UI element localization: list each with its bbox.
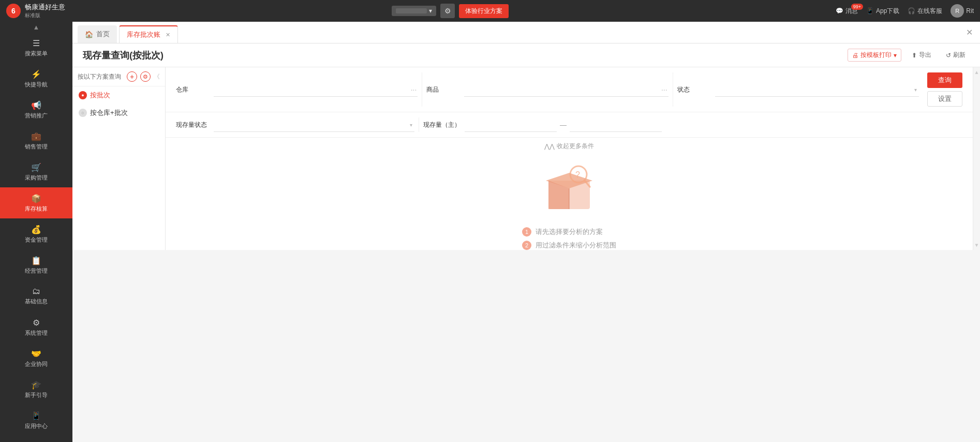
tab-inventory-batch[interactable]: 库存批次账 ✕ — [119, 25, 178, 43]
flash-icon: ⚡ — [31, 69, 41, 79]
sidebar-item-label: 快捷导航 — [25, 81, 48, 88]
scheme-settings-btn[interactable]: ⚙ — [140, 71, 151, 82]
filter-stock-qty: 现存量（主） — — [419, 115, 666, 134]
sidebar-item-operations[interactable]: 📋 经营管理 — [0, 249, 72, 281]
header-left: 6 畅康通好生意 标准版 — [6, 3, 65, 19]
scheme-item-batch[interactable]: ● 按批次 — [72, 86, 165, 104]
scheme-header-label: 按以下方案查询 — [78, 72, 121, 81]
export-btn[interactable]: ⬆ 导出 — [908, 49, 936, 62]
experience-btn[interactable]: 体验行业方案 — [459, 4, 509, 18]
product-dots[interactable]: ··· — [661, 85, 667, 94]
sidebar-item-label: 资金管理 — [25, 236, 48, 243]
tab-close-btn[interactable]: ✕ — [166, 32, 170, 38]
sidebar-item-marketing[interactable]: 📢 营销推广 — [0, 94, 72, 125]
status-label: 状态 — [677, 85, 711, 94]
status-select[interactable] — [715, 82, 919, 97]
filter-collapse-btn[interactable]: ⋀⋀ 收起更多条件 — [166, 138, 973, 155]
scheme-add-btn[interactable]: + — [127, 71, 137, 82]
sidebar-item-label: 经营管理 — [25, 267, 48, 274]
scheme-panel-collapse-btn[interactable]: 《 — [154, 72, 160, 81]
message-action[interactable]: 💬 消息 99+ — [836, 7, 858, 16]
brand-info: 畅康通好生意 标准版 — [25, 3, 65, 19]
sidebar-item-label: 销售管理 — [25, 143, 48, 150]
appcenter-icon: 📱 — [31, 411, 41, 421]
sidebar-item-newguide[interactable]: 🎓 新手引导 — [0, 374, 72, 405]
brand-edition: 标准版 — [25, 12, 65, 19]
filter-warehouse: 仓库 ··· — [172, 70, 422, 109]
filter-status: 状态 ▾ — [673, 70, 923, 109]
sidebar-scroll-up[interactable]: ▲ — [0, 22, 72, 32]
sidebar-item-finance[interactable]: 💰 资金管理 — [0, 218, 72, 249]
tab-bar-close-all[interactable]: ✕ — [964, 25, 975, 39]
main-layout: ▲ ☰ 搜索菜单 ⚡ 快捷导航 📢 营销推广 💼 销售管理 🛒 采购管理 📦 库… — [0, 22, 980, 442]
template-print-btn[interactable]: 🖨 按模板打印 ▾ — [848, 49, 901, 62]
user-name: Rit — [966, 7, 974, 14]
sidebar-item-label: 采购管理 — [25, 174, 48, 181]
sidebar-item-label: 系统管理 — [25, 329, 48, 336]
query-btn[interactable]: 查询 — [927, 72, 962, 88]
tab-bar: 🏠 首页 库存批次账 ✕ ✕ — [72, 22, 980, 43]
scroll-up-arrow[interactable]: ▲ — [972, 67, 980, 77]
sidebar-item-purchase[interactable]: 🛒 采购管理 — [0, 156, 72, 187]
query-buttons: 查询 设置 — [923, 70, 967, 109]
sidebar-item-wxwork[interactable]: 💬 企业微信 — [0, 436, 72, 442]
header-right: 💬 消息 99+ 📱 App下载 🎧 在线客服 R Rit — [836, 4, 974, 18]
sidebar-item-appcenter[interactable]: 📱 应用中心 — [0, 405, 72, 436]
app-download-action[interactable]: 📱 App下载 — [866, 7, 899, 16]
nav-dropdown[interactable]: ▾ — [392, 6, 436, 16]
scheme-actions: + ⚙ 《 — [127, 71, 160, 82]
marketing-icon: 📢 — [31, 100, 41, 110]
product-label: 商品 — [426, 85, 460, 94]
stock-status-select[interactable] — [214, 117, 414, 132]
header-settings-btn[interactable]: ⚙ — [440, 4, 455, 18]
sidebar-item-search[interactable]: ☰ 搜索菜单 — [0, 32, 72, 63]
stock-qty-range: — — [465, 117, 662, 132]
scheme-header: 按以下方案查询 + ⚙ 《 — [72, 67, 165, 86]
online-service-action[interactable]: 🎧 在线客服 — [908, 7, 942, 16]
sidebar-item-label: 基础信息 — [25, 298, 48, 305]
inventory-icon: 📦 — [31, 194, 41, 203]
warehouse-input-wrap: ··· — [214, 82, 418, 97]
sidebar-item-label: 企业协同 — [25, 360, 48, 367]
user-area[interactable]: R Rit — [951, 4, 974, 18]
system-icon: ⚙ — [33, 318, 40, 328]
set-btn[interactable]: 设置 — [927, 91, 962, 107]
content-body: 按以下方案查询 + ⚙ 《 ● 按批次 ○ 按仓库+批次 — [72, 67, 980, 250]
tab-home[interactable]: 🏠 首页 — [78, 25, 117, 43]
header-center: ▾ ⚙ 体验行业方案 — [392, 4, 509, 18]
content-area: 🏠 首页 库存批次账 ✕ ✕ 现存量查询(按批次) 🖨 按模板打印 — [72, 22, 980, 442]
scheme-item-icon-wb: ○ — [79, 109, 87, 117]
tab-bar-tabs: 🏠 首页 库存批次账 ✕ — [78, 25, 178, 43]
sidebar-item-inventory[interactable]: 📦 库存核算 — [0, 187, 72, 218]
sidebar-item-system[interactable]: ⚙ 系统管理 — [0, 312, 72, 343]
scheme-item-icon-batch: ● — [79, 91, 87, 99]
stock-qty-min-input[interactable] — [465, 117, 557, 132]
warehouse-input[interactable] — [214, 82, 418, 97]
hint-num-1: 1 — [522, 227, 531, 237]
sidebar-item-basic[interactable]: 🗂 基础信息 — [0, 281, 72, 312]
product-input[interactable] — [464, 82, 668, 97]
sidebar-item-enterprise[interactable]: 🤝 企业协同 — [0, 343, 72, 374]
sidebar-item-quicknav[interactable]: ⚡ 快捷导航 — [0, 63, 72, 94]
brand-logo: 6 — [6, 4, 21, 18]
scheme-item-warehouse-batch[interactable]: ○ 按仓库+批次 — [72, 104, 165, 122]
sidebar-item-label: 搜索菜单 — [25, 50, 48, 57]
filter-product: 商品 ··· — [422, 70, 672, 109]
template-print-dropdown[interactable]: ▾ — [894, 52, 897, 59]
data-area: ? 1 请先选择要分析的方案 2 用过滤条件来缩小分析范围 — [166, 155, 973, 250]
svg-text:?: ? — [575, 170, 580, 179]
app-download-label: App下载 — [876, 7, 899, 16]
refresh-btn[interactable]: ↺ 刷新 — [942, 49, 970, 62]
scroll-down-arrow[interactable]: ▼ — [972, 240, 980, 250]
stock-qty-max-input[interactable] — [570, 117, 662, 132]
finance-icon: 💰 — [31, 225, 41, 234]
warehouse-dots[interactable]: ··· — [411, 85, 417, 94]
tab-inventory-batch-label: 库存批次账 — [127, 30, 160, 39]
message-icon: 💬 — [836, 7, 843, 14]
empty-icon-svg: ? — [538, 155, 600, 217]
online-service-label: 在线客服 — [917, 7, 942, 16]
empty-hint-2: 2 用过滤条件来缩小分析范围 — [522, 241, 616, 250]
empty-hints: 1 请先选择要分析的方案 2 用过滤条件来缩小分析范围 — [522, 227, 616, 250]
sidebar-item-sales[interactable]: 💼 销售管理 — [0, 125, 72, 156]
product-input-wrap: ··· — [464, 82, 668, 97]
